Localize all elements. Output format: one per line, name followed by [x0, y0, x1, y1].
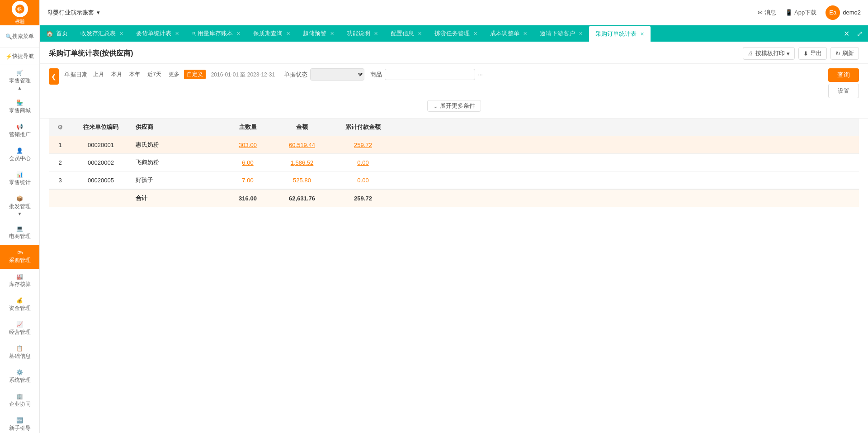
wholesale-icon: 📦: [16, 195, 23, 202]
shortcut-7days[interactable]: 近7天: [145, 70, 164, 79]
tab-close-all-button[interactable]: ✕: [842, 28, 851, 40]
cell-seq: 3: [49, 171, 71, 190]
search-menu-item[interactable]: 🔍 搜索菜单: [4, 30, 36, 43]
company-name: 母婴行业演示账套: [47, 9, 94, 17]
finance-icon: 💰: [16, 297, 23, 304]
tab-func-desc[interactable]: 功能说明 ✕: [340, 25, 384, 42]
goods-search-input[interactable]: [385, 69, 475, 80]
phone-icon: 📱: [785, 9, 793, 16]
sidebar-item-marketing[interactable]: 📢 营销推广: [0, 119, 39, 143]
print-button[interactable]: 🖨 按模板打印 ▾: [743, 47, 795, 60]
cell-amount[interactable]: 1,586.52: [275, 154, 329, 171]
status-select[interactable]: 待审核 已审核 已完成: [310, 68, 364, 81]
sidebar-item-new-guide[interactable]: 🆕 新手引导: [0, 413, 39, 433]
tab-receive-summary[interactable]: 收发存汇总表 ✕: [74, 25, 130, 42]
cell-paid[interactable]: 259.72: [329, 136, 397, 154]
chevron-down-icon: ⌄: [433, 103, 438, 109]
column-settings-icon[interactable]: ⚙: [57, 124, 63, 131]
status-filter-label: 单据状态: [284, 71, 307, 79]
tab-invite-downstream[interactable]: 邀请下游客户 ✕: [533, 25, 589, 42]
chevron-down-icon: ▾: [97, 9, 100, 16]
cell-paid[interactable]: 0.00: [329, 154, 397, 171]
filter-collapse-button[interactable]: ❮: [49, 68, 59, 85]
sidebar-item-operation[interactable]: 📈 经营管理: [0, 317, 39, 341]
tab-pick-task[interactable]: 拣货任务管理 ✕: [428, 25, 484, 42]
marketing-icon: 📢: [16, 124, 23, 130]
col-header-paid: 累计付款金额: [329, 119, 397, 136]
tab-available-stock[interactable]: 可用量库存账本 ✕: [185, 25, 247, 42]
user-menu[interactable]: Ea demo2: [826, 5, 861, 20]
tab-close-icon[interactable]: ✕: [640, 31, 644, 37]
sidebar-item-sys-mgmt[interactable]: ⚙️ 系统管理: [0, 365, 39, 389]
sidebar-item-enterprise[interactable]: 🏢 企业协同: [0, 389, 39, 413]
company-selector[interactable]: 母婴行业演示账套 ▾: [47, 9, 100, 17]
more-options-icon[interactable]: ···: [478, 71, 483, 78]
operation-icon: 📈: [16, 321, 23, 328]
sidebar-logo[interactable]: 畅 标题: [0, 0, 39, 25]
tab-close-icon[interactable]: ✕: [330, 31, 334, 37]
sidebar-item-wholesale[interactable]: 📦 批发管理 ▼: [0, 191, 39, 221]
sidebar-quick-nav-section: ⚡ 快捷导航: [0, 48, 39, 65]
tab-expand-button[interactable]: ⤢: [855, 28, 864, 40]
shortcut-this-month[interactable]: 本月: [108, 70, 125, 79]
tab-close-icon[interactable]: ✕: [286, 31, 290, 37]
cell-empty: [397, 136, 859, 154]
sidebar-item-retail-mall[interactable]: 🏪 零售商城: [0, 95, 39, 119]
filter-settings-button[interactable]: 设置: [828, 84, 859, 98]
cell-seq: 2: [49, 154, 71, 171]
app-download-button[interactable]: 📱 App下载: [785, 9, 816, 17]
tab-warranty-query[interactable]: 保质期查询 ✕: [247, 25, 297, 42]
tab-close-icon[interactable]: ✕: [175, 31, 179, 37]
sidebar-item-purchase[interactable]: 🛍 采购管理: [0, 245, 39, 269]
footer-empty: [49, 189, 71, 207]
tab-close-icon[interactable]: ✕: [236, 31, 241, 37]
tabbar-actions: ✕ ⤢: [842, 28, 868, 40]
cell-qty[interactable]: 6.00: [221, 154, 275, 171]
tab-close-icon[interactable]: ✕: [418, 31, 422, 37]
tab-close-icon[interactable]: ✕: [119, 31, 123, 37]
tab-config-info[interactable]: 配置信息 ✕: [384, 25, 428, 42]
tab-order-stats[interactable]: 要货单统计表 ✕: [130, 25, 185, 42]
filter-right-actions: 查询 设置: [828, 68, 859, 98]
expand-more-button[interactable]: ⌄ 展开更多条件: [427, 100, 481, 112]
footer-label: 合计: [130, 189, 221, 207]
cell-code: 00020002: [71, 154, 130, 171]
custom-date-badge[interactable]: 自定义: [184, 70, 206, 79]
topbar: 母婴行业演示账套 ▾ ✉ 消息 📱 App下载 Ea demo2: [40, 0, 868, 25]
footer-qty: 316.00: [221, 189, 275, 207]
tab-close-icon[interactable]: ✕: [523, 31, 527, 37]
filter-status-item: 单据状态 待审核 已审核 已完成 ▾: [284, 68, 361, 81]
cell-paid[interactable]: 0.00: [329, 171, 397, 190]
tab-close-icon[interactable]: ✕: [374, 31, 378, 37]
quick-nav-item[interactable]: ⚡ 快捷导航: [0, 50, 39, 63]
cell-amount[interactable]: 60,519.44: [275, 136, 329, 154]
sidebar-item-member[interactable]: 👤 会员中心: [0, 143, 39, 167]
guide-icon: 🆕: [16, 417, 23, 423]
tab-close-icon[interactable]: ✕: [579, 31, 583, 37]
date-range-display: 2016-01-01 至 2023-12-31: [211, 71, 275, 79]
tab-purchase-stats[interactable]: 采购订单统计表 ✕: [589, 26, 651, 42]
cell-amount[interactable]: 525.80: [275, 171, 329, 190]
tab-home[interactable]: 🏠 首页: [40, 25, 74, 42]
shortcut-last-month[interactable]: 上月: [90, 70, 107, 79]
sidebar-item-inventory[interactable]: 🏭 库存核算: [0, 269, 39, 293]
cell-qty[interactable]: 303.00: [221, 136, 275, 154]
sidebar-item-base-info[interactable]: 📋 基础信息: [0, 341, 39, 365]
tab-cost-adjust[interactable]: 成本调整单 ✕: [484, 25, 533, 42]
sidebar-item-ecommerce[interactable]: 💻 电商管理: [0, 221, 39, 245]
tab-overstock-warning[interactable]: 超储预警 ✕: [297, 25, 340, 42]
export-button[interactable]: ⬇ 导出: [798, 47, 827, 60]
sidebar-item-retail-stats[interactable]: 📊 零售统计: [0, 167, 39, 191]
tab-close-icon[interactable]: ✕: [473, 31, 477, 37]
message-button[interactable]: ✉ 消息: [758, 9, 776, 17]
export-icon: ⬇: [803, 50, 808, 57]
refresh-button[interactable]: ↻ 刷新: [830, 47, 859, 60]
stats-icon: 📊: [16, 171, 23, 178]
sidebar-item-retail[interactable]: 🛒 零售管理 ▲: [0, 65, 39, 95]
sidebar: 畅 标题 🔍 搜索菜单 ⚡ 快捷导航 🛒 零售管理 ▲ 🏪 零售商城 📢 营销推…: [0, 0, 40, 433]
query-button[interactable]: 查询: [828, 68, 859, 82]
cell-qty[interactable]: 7.00: [221, 171, 275, 190]
sidebar-item-finance[interactable]: 💰 资金管理: [0, 293, 39, 317]
shortcut-this-year[interactable]: 本年: [127, 70, 143, 79]
shortcut-more[interactable]: 更多: [166, 70, 182, 79]
